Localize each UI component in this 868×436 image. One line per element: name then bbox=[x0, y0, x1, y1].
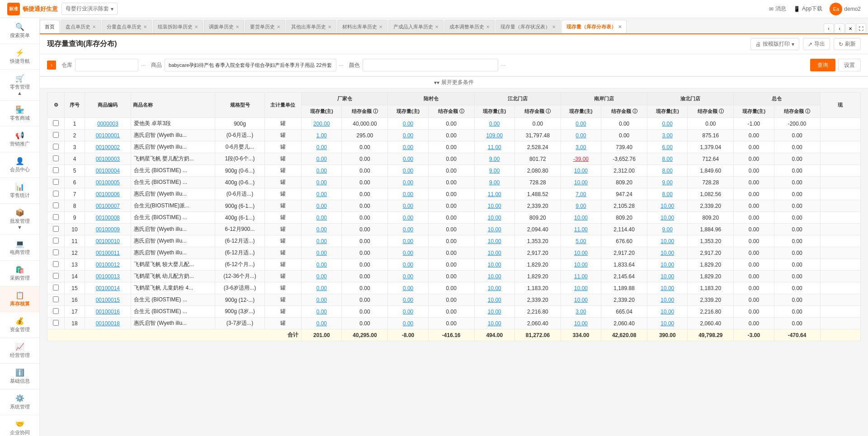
row-na-qty: 10.00 bbox=[561, 177, 601, 188]
goods-dots[interactable]: ··· bbox=[339, 62, 344, 68]
sidebar-item-inventory[interactable]: 📋 库存核算 bbox=[0, 286, 39, 312]
color-input[interactable] bbox=[363, 59, 498, 71]
sidebar-item-retail-shop[interactable]: 🏪 零售商城 bbox=[0, 101, 39, 127]
tab-8-close[interactable]: ✕ bbox=[435, 24, 439, 29]
row-l-qty: 0.00 bbox=[388, 294, 428, 306]
sidebar-item-member[interactable]: 👤 会员中心 bbox=[0, 152, 39, 178]
sidebar-item-basic[interactable]: ℹ️ 基础信息 bbox=[0, 364, 39, 389]
tab-10-close[interactable]: ✕ bbox=[552, 24, 556, 29]
sidebar-item-ecommerce[interactable]: 💻 电商管理 bbox=[0, 235, 39, 261]
row-check[interactable] bbox=[47, 200, 65, 212]
row-na-amt: 1,833.64 bbox=[601, 259, 647, 271]
row-na-qty: 10.00 bbox=[561, 282, 601, 294]
tab-9-close[interactable]: ✕ bbox=[486, 24, 490, 29]
tab-4-close[interactable]: ✕ bbox=[236, 24, 239, 29]
warehouse-input[interactable] bbox=[75, 59, 138, 71]
sidebar-item-wholesale[interactable]: 📦 批发管理 ▼ bbox=[0, 204, 39, 235]
tab-8[interactable]: 产成品入库单历史 ✕ bbox=[388, 20, 443, 33]
app-download-btn[interactable]: 📱 App下载 bbox=[793, 5, 822, 13]
refresh-btn[interactable]: ↻ 刷新 bbox=[834, 38, 861, 50]
table-container[interactable]: ⚙ 序号 商品编码 商品名称 规格型号 主计量单位 厂家仓 陆村仓 江北门店 南… bbox=[40, 89, 868, 436]
row-no: 16 bbox=[65, 294, 85, 306]
tab-2[interactable]: 分量盘点单历史 ✕ bbox=[102, 20, 152, 33]
tab-7[interactable]: 材料出库单历史 ✕ bbox=[337, 20, 387, 33]
row-check[interactable] bbox=[47, 318, 65, 329]
row-check[interactable] bbox=[47, 177, 65, 188]
row-check[interactable] bbox=[47, 188, 65, 200]
row-name: 惠氏启智 (Wyeth illu... bbox=[131, 318, 215, 329]
tab-5[interactable]: 要货单历史 ✕ bbox=[245, 20, 285, 33]
tab-prev-btn[interactable]: ‹ bbox=[824, 23, 834, 33]
store-selector[interactable]: 母婴行业演示陈套 ▾ bbox=[61, 3, 118, 15]
sidebar-item-marketing[interactable]: 📢 营销推广 bbox=[0, 127, 39, 152]
tab-9[interactable]: 成本调整单历史 ✕ bbox=[444, 20, 495, 33]
row-t-amt: 0.00 bbox=[774, 294, 820, 306]
row-na-qty: 0.00 bbox=[561, 130, 601, 141]
color-dots[interactable]: ··· bbox=[501, 62, 505, 68]
row-check[interactable] bbox=[47, 282, 65, 294]
sidebar-item-finance[interactable]: 💰 资金管理 bbox=[0, 312, 39, 338]
tab-7-close[interactable]: ✕ bbox=[379, 24, 382, 29]
tab-1-close[interactable]: ✕ bbox=[92, 24, 96, 29]
tab-3-close[interactable]: ✕ bbox=[194, 24, 198, 29]
sidebar-item-retail[interactable]: 🛒 零售管理 ▲ bbox=[0, 70, 39, 101]
sidebar-item-quick[interactable]: ⚡ 快捷导航 bbox=[0, 44, 39, 70]
row-f-amt: 0.00 bbox=[342, 153, 388, 165]
row-check[interactable] bbox=[47, 294, 65, 306]
query-btn[interactable]: 查询 bbox=[810, 59, 835, 71]
print-btn[interactable]: 🖨 按模版打印 ▾ bbox=[750, 38, 799, 50]
expand-conditions[interactable]: ▾▾ 展开更多条件 bbox=[40, 76, 868, 88]
goods-input[interactable] bbox=[165, 59, 336, 71]
warehouse-dots[interactable]: ··· bbox=[141, 62, 146, 68]
tab-1[interactable]: 盘点单历史 ✕ bbox=[61, 20, 101, 33]
row-no: 13 bbox=[65, 259, 85, 271]
tab-expand-btn[interactable]: ⛶ bbox=[856, 23, 866, 33]
sidebar-item-operation[interactable]: 📈 经营管理 bbox=[0, 338, 39, 364]
sidebar-item-collab[interactable]: 🤝 企业协同 bbox=[0, 415, 39, 436]
row-check[interactable] bbox=[47, 153, 65, 165]
row-check[interactable] bbox=[47, 130, 65, 141]
row-check[interactable] bbox=[47, 235, 65, 247]
row-check[interactable] bbox=[47, 247, 65, 259]
row-check[interactable] bbox=[47, 141, 65, 153]
row-f-amt: 0.00 bbox=[342, 165, 388, 177]
row-jb-qty: 10.00 bbox=[474, 318, 514, 329]
user-area[interactable]: Ea demo2 bbox=[830, 3, 861, 15]
tab-5-close[interactable]: ✕ bbox=[277, 24, 280, 29]
col-na-amt: 结存金额 ⓘ bbox=[601, 105, 647, 118]
row-jb-qty: 10.00 bbox=[474, 235, 514, 247]
row-check[interactable] bbox=[47, 118, 65, 130]
collapse-btn[interactable]: › bbox=[47, 61, 56, 70]
tab-next-btn[interactable]: › bbox=[835, 23, 844, 33]
row-check[interactable] bbox=[47, 165, 65, 177]
tab-home[interactable]: 首页 bbox=[40, 20, 60, 33]
row-check[interactable] bbox=[47, 224, 65, 235]
table-row: 8 00100007 合生元(BIOSTIME)派... 900g (6-1..… bbox=[47, 200, 861, 212]
tab-10[interactable]: 现存量（库存状况表） ✕ bbox=[495, 20, 561, 33]
row-na-qty: 9.00 bbox=[561, 200, 601, 212]
tab-6-close[interactable]: ✕ bbox=[328, 24, 331, 29]
sidebar-item-system[interactable]: ⚙️ 系统管理 bbox=[0, 389, 39, 415]
tab-close-all-btn[interactable]: ✕ bbox=[845, 23, 855, 33]
tab-4[interactable]: 调拨单历史 ✕ bbox=[204, 20, 244, 33]
sidebar-item-stats[interactable]: 📊 零售统计 bbox=[0, 178, 39, 204]
export-btn[interactable]: ↗ 导出 bbox=[803, 38, 830, 50]
row-yb-qty: 10.00 bbox=[647, 259, 688, 271]
tab-6[interactable]: 其他出库单历史 ✕ bbox=[286, 20, 336, 33]
row-check[interactable] bbox=[47, 259, 65, 271]
sidebar-label-inventory: 库存核算 bbox=[2, 300, 38, 307]
message-btn[interactable]: ✉ 消息 bbox=[769, 5, 786, 13]
row-check[interactable] bbox=[47, 212, 65, 224]
sidebar-item-purchase[interactable]: 🛍️ 采购管理 bbox=[0, 261, 39, 286]
tab-11[interactable]: 现存量（库存分布表） ✕ bbox=[561, 20, 627, 33]
search-section: › 仓库 ··· 商品 ··· 颜色 ··· 查询 bbox=[40, 54, 868, 89]
row-check[interactable] bbox=[47, 271, 65, 282]
sidebar-item-search[interactable]: 🔍 搜索英单 bbox=[0, 18, 39, 44]
tab-2-close[interactable]: ✕ bbox=[143, 24, 147, 29]
tab-3[interactable]: 组装拆卸单历史 ✕ bbox=[153, 20, 203, 33]
col-settings[interactable]: ⚙ bbox=[47, 93, 65, 118]
tab-11-close[interactable]: ✕ bbox=[618, 24, 622, 29]
row-check[interactable] bbox=[47, 306, 65, 318]
settings-btn[interactable]: 设置 bbox=[838, 59, 861, 71]
row-yb-qty: 9.00 bbox=[647, 224, 688, 235]
